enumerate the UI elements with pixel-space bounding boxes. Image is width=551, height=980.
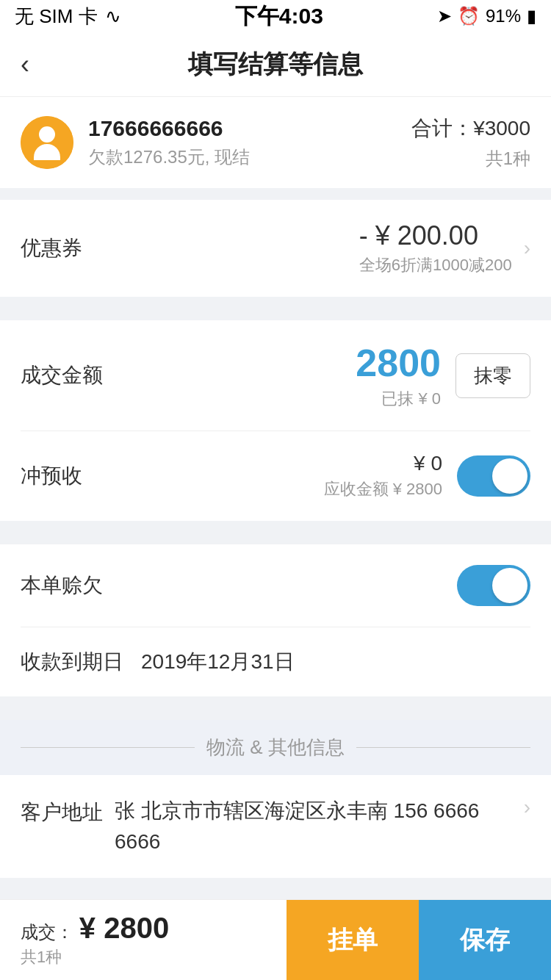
- deal-amount: 2800: [356, 341, 441, 385]
- battery-icon: ▮: [527, 6, 536, 26]
- bendi-toggle-wrap[interactable]: [457, 565, 530, 606]
- sim-status: 无 SIM 卡: [15, 4, 98, 29]
- section-separator-2: [0, 533, 551, 544]
- coupon-chevron-icon: ›: [524, 237, 530, 260]
- pre-collect-toggle-knob: [492, 458, 527, 494]
- deal-sub: 已抹 ¥ 0: [356, 388, 441, 410]
- address-label: 客户地址: [21, 796, 103, 826]
- pre-collect-amount: ¥ 0 应收金额 ¥ 2800: [324, 452, 442, 500]
- logistics-label: 物流 & 其他信息: [206, 735, 345, 760]
- status-bar: 无 SIM 卡 ∿ 下午4:03 ➤ ⏰ 91% ▮: [0, 0, 551, 32]
- logistics-header: 物流 & 其他信息: [0, 720, 551, 775]
- pre-collect-label: 冲预收: [21, 462, 82, 490]
- deal-label: 成交金额: [21, 361, 103, 389]
- battery-level: 91%: [486, 6, 521, 26]
- due-date-row: 收款到期日 2019年12月31日: [0, 627, 551, 696]
- bendi-card: 本单赊欠 收款到期日 2019年12月31日: [0, 544, 551, 696]
- save-button[interactable]: 保存: [419, 900, 551, 981]
- bottom-info: 成交： ¥ 2800 共1种: [0, 912, 287, 968]
- status-right: ➤ ⏰ 91% ▮: [437, 6, 536, 26]
- section-separator-1: [0, 309, 551, 320]
- customer-row: 17666666666 欠款1276.35元, 现结 合计：¥3000 共1种: [0, 97, 551, 188]
- address-card: 客户地址 张 北京市市辖区海淀区永丰南 156 6666 6666 ›: [0, 775, 551, 878]
- deal-card: 成交金额 2800 已抹 ¥ 0 抹零 冲预收 ¥ 0 应收金额 ¥ 2800: [0, 320, 551, 521]
- customer-phone: 17666666666: [88, 116, 250, 141]
- total-count: 共1种: [411, 147, 530, 170]
- bendi-row: 本单赊欠: [0, 544, 551, 627]
- pre-collect-right: ¥ 0 应收金额 ¥ 2800: [324, 452, 530, 500]
- page-title: 填写结算等信息: [188, 48, 363, 82]
- address-row[interactable]: 客户地址 张 北京市市辖区海淀区永丰南 156 6666 6666 ›: [0, 775, 551, 878]
- back-button[interactable]: ‹: [21, 49, 29, 80]
- due-date-value: 2019年12月31日: [141, 648, 295, 676]
- bendi-toggle-knob: [492, 568, 527, 603]
- avatar: [21, 116, 73, 169]
- bottom-deal-amount: ¥ 2800: [79, 912, 169, 944]
- discount-amount: - ¥ 200.00: [359, 220, 512, 251]
- customer-card: 17666666666 欠款1276.35元, 现结 合计：¥3000 共1种: [0, 97, 551, 188]
- wifi-icon: ∿: [105, 5, 121, 28]
- status-left: 无 SIM 卡 ∿: [15, 4, 121, 29]
- customer-right: 合计：¥3000 共1种: [411, 115, 530, 170]
- address-chevron-icon: ›: [524, 796, 530, 819]
- coupon-label: 优惠券: [21, 234, 82, 262]
- bottom-count: 共1种: [21, 946, 266, 968]
- location-icon: ➤: [437, 6, 452, 26]
- hang-button[interactable]: 挂单: [287, 900, 419, 981]
- bottom-deal-row: 成交： ¥ 2800: [21, 912, 266, 945]
- pre-collect-toggle-wrap[interactable]: [457, 455, 530, 497]
- content: 17666666666 欠款1276.35元, 现结 合计：¥3000 共1种 …: [0, 97, 551, 978]
- bottom-deal-label: 成交：: [21, 922, 73, 942]
- coupon-right: - ¥ 200.00 全场6折满1000减200 ›: [359, 220, 530, 276]
- pre-collect-row: 冲预收 ¥ 0 应收金额 ¥ 2800: [0, 431, 551, 521]
- total-amount: 合计：¥3000: [411, 115, 530, 143]
- pre-collect-toggle[interactable]: [457, 455, 530, 497]
- bottom-bar: 成交： ¥ 2800 共1种 挂单 保存: [0, 899, 551, 980]
- address-content: 张 北京市市辖区海淀区永丰南 156 6666 6666: [103, 796, 524, 857]
- pre-amount-num: ¥ 0: [324, 452, 442, 475]
- customer-left: 17666666666 欠款1276.35元, 现结: [21, 116, 250, 169]
- logistics-line-right: [356, 747, 530, 748]
- deal-row: 成交金额 2800 已抹 ¥ 0 抹零: [0, 320, 551, 430]
- pre-amount-sub: 应收金额 ¥ 2800: [324, 478, 442, 500]
- due-date-label: 收款到期日: [21, 648, 123, 676]
- coupon-card: 优惠券 - ¥ 200.00 全场6折满1000减200 ›: [0, 200, 551, 297]
- discount-sub: 全场6折满1000减200: [359, 254, 512, 276]
- customer-sub-text: 欠款1276.35元, 现结: [88, 145, 250, 169]
- nav-bar: ‹ 填写结算等信息: [0, 32, 551, 97]
- status-time: 下午4:03: [235, 1, 323, 32]
- section-separator-3: [0, 708, 551, 720]
- alarm-icon: ⏰: [458, 6, 480, 26]
- coupon-row[interactable]: 优惠券 - ¥ 200.00 全场6折满1000减200 ›: [0, 200, 551, 297]
- customer-info: 17666666666 欠款1276.35元, 现结: [88, 116, 250, 169]
- logistics-line-left: [21, 747, 195, 748]
- round-button[interactable]: 抹零: [455, 353, 530, 398]
- bendi-toggle[interactable]: [457, 565, 530, 606]
- bendi-label: 本单赊欠: [21, 572, 103, 599]
- deal-right: 2800 已抹 ¥ 0 抹零: [356, 341, 530, 410]
